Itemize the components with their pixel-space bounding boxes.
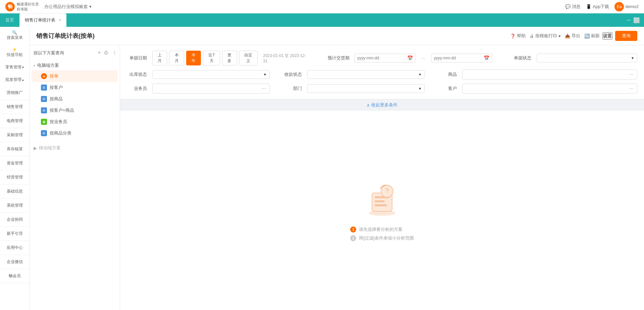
sidebar-item-wholesale[interactable]: 批发管理 ▴: [0, 73, 29, 86]
expected-date-to-input[interactable]: [434, 56, 482, 60]
goods-dots[interactable]: ···: [629, 71, 634, 78]
quicknav-icon: ⚡: [3, 47, 26, 52]
app-selector-arrow: ▾: [89, 4, 92, 9]
date-btn-prev-month[interactable]: 上月: [152, 51, 167, 65]
sidebar-item-newbie[interactable]: 新手引导: [0, 227, 29, 241]
date-btn-7days[interactable]: 近7天: [203, 51, 220, 65]
export-icon: 📤: [565, 34, 570, 39]
help-button[interactable]: ❓ 帮助: [510, 33, 526, 39]
sidebar-item-purchase[interactable]: 采购管理: [0, 128, 29, 142]
sidebar-item-inventory[interactable]: 库存核算: [0, 142, 29, 156]
setting-button[interactable]: 设置: [602, 32, 612, 40]
status-dropdown-icon: ▾: [632, 56, 634, 60]
app-download-button[interactable]: 📱 App下载: [586, 4, 609, 10]
step-1-num: 1: [350, 226, 356, 232]
sidebar-item-ecommerce[interactable]: 电商管理: [0, 114, 29, 128]
date-btn-more[interactable]: 更多: [222, 51, 237, 65]
refresh-button[interactable]: 🔄 刷新: [584, 33, 600, 39]
status-select[interactable]: ▾: [537, 54, 637, 62]
salesperson-select[interactable]: ···: [152, 84, 270, 94]
tab-close-icon[interactable]: ×: [59, 18, 61, 22]
empty-illustration: ?: [362, 179, 402, 220]
app-selector[interactable]: 办公用品行业模拟账套 ▾: [42, 4, 94, 10]
cal-from-icon[interactable]: 📅: [407, 55, 413, 61]
salesperson-dots[interactable]: ···: [262, 86, 266, 92]
goods-select[interactable]: ···: [462, 69, 637, 80]
panel-item-by-category[interactable]: ⊞ 按商品分类: [32, 127, 118, 139]
customer-label: 客户: [437, 86, 457, 92]
sidebar-item-retail[interactable]: 零售管理 ▾: [0, 61, 29, 73]
expected-date-from[interactable]: 📅: [354, 54, 416, 62]
message-button[interactable]: 💬 消息: [565, 4, 581, 10]
expected-date-to[interactable]: 📅: [431, 54, 492, 62]
panel-add-icon[interactable]: +: [97, 49, 101, 56]
mobile-scheme-title[interactable]: ▶ 移动端方案: [30, 143, 120, 153]
by-goods-icon: ⊞: [41, 96, 47, 102]
page-title: 销售订单统计表(按单): [36, 32, 95, 40]
print-button[interactable]: 🖨 按模板打印 ▾: [530, 33, 561, 39]
maximize-icon[interactable]: ⬜: [633, 17, 640, 23]
panel-settings-icon[interactable]: ⚙: [104, 50, 108, 56]
sidebar-quicknav[interactable]: ⚡ 快捷导航: [0, 44, 29, 61]
collapse-button[interactable]: ∧ 收起更多条件: [367, 102, 397, 108]
panel-item-by-customer[interactable]: ⊞ 按客户: [32, 82, 118, 93]
date-btn-year[interactable]: 本年: [186, 51, 201, 65]
user-profile[interactable]: Ea demo2: [614, 2, 639, 11]
by-category-icon: ⊞: [41, 130, 47, 136]
date-range-display: 2023-01-01 至 2023-12-31: [263, 53, 309, 63]
pc-scheme-arrow: ▾: [34, 64, 35, 67]
panel-item-by-order[interactable]: ● 按单: [32, 70, 118, 82]
department-select[interactable]: ▾: [307, 84, 425, 93]
logo-area: 畅 畅捷通好生意 标准版: [5, 2, 39, 11]
status-label: 单据状态: [511, 55, 531, 61]
pc-scheme-title[interactable]: ▾ 电脑端方案: [30, 60, 120, 70]
svg-rect-4: [375, 204, 387, 206]
sidebar-item-enterprise-wechat[interactable]: 企业微信: [0, 255, 29, 269]
pc-scheme-section: ▾ 电脑端方案 ● 按单 ⊞ 按客户 ⊞ 按商品: [30, 59, 120, 140]
minimize-icon[interactable]: ─: [627, 17, 631, 23]
sidebar-item-operations[interactable]: 经营管理: [0, 170, 29, 185]
sidebar-item-marketing[interactable]: 营销推广: [0, 86, 29, 100]
tab-sales-order-stats[interactable]: 销售订单统计表 ×: [19, 13, 66, 27]
tab-home[interactable]: 首页: [0, 13, 19, 27]
sidebar-item-enterprise-collab[interactable]: 企业协同: [0, 213, 29, 227]
empty-step-1: 1 请先选择要分析的方案: [350, 226, 414, 232]
filter-row-2: 出库状态 ▾ 收款状态 ▾ 商品 ···: [127, 69, 637, 80]
top-bar-right: 💬 消息 📱 App下载 Ea demo2: [565, 2, 639, 11]
empty-state: ? 1 请先选择要分析的方案 2 用[过滤]条件来缩小分析范围: [120, 111, 644, 310]
customer-select[interactable]: ···: [462, 84, 637, 94]
right-area: 单据日期 上月 本月 本年 近7天 更多 自定义 2023-01-01 至 20…: [120, 45, 644, 310]
sidebar-search[interactable]: 🔍 搜索菜单: [0, 27, 29, 44]
sidebar-item-basic-info[interactable]: 基础信息: [0, 185, 29, 199]
sidebar-item-sales[interactable]: 销售管理: [0, 100, 29, 114]
tab-bar-controls: ─ ⬜: [627, 17, 644, 23]
download-icon: 📱: [586, 4, 591, 9]
tab-bar: 首页 销售订单统计表 × ─ ⬜: [0, 13, 644, 27]
export-button[interactable]: 📤 导出: [565, 33, 580, 39]
delivery-select[interactable]: ▾: [152, 70, 270, 79]
sidebar-item-vip[interactable]: 畅会员: [0, 269, 29, 283]
date-btn-curr-month[interactable]: 本月: [169, 51, 184, 65]
customer-dots[interactable]: ···: [629, 86, 634, 92]
expected-date-from-input[interactable]: [357, 56, 406, 60]
panel-header: 按以下方案查询 + ⚙ 《: [30, 49, 120, 59]
panel-item-by-customer-goods[interactable]: ⊞ 按客户+商品: [32, 105, 118, 116]
left-panel: 按以下方案查询 + ⚙ 《 ▾ 电脑端方案 ● 按单: [30, 45, 120, 310]
sidebar-item-app-center[interactable]: 应用中心: [0, 241, 29, 255]
date-btn-custom[interactable]: 自定义: [239, 51, 258, 65]
panel-item-by-goods[interactable]: ⊞ 按商品: [32, 93, 118, 105]
payment-select[interactable]: ▾: [307, 70, 425, 79]
query-button[interactable]: 查询: [615, 31, 637, 41]
svg-rect-3: [375, 200, 385, 202]
cal-to-icon[interactable]: 📅: [484, 55, 489, 61]
panel-item-by-salesperson[interactable]: ▦ 按业务员: [32, 116, 118, 127]
retail-arrow-icon: ▾: [22, 65, 24, 69]
panel-collapse-icon[interactable]: 《: [111, 50, 116, 56]
date-button-group: 上月 本月 本年 近7天 更多 自定义: [152, 51, 258, 65]
sidebar-item-finance[interactable]: 资金管理: [0, 156, 29, 170]
page-header-actions: ❓ 帮助 🖨 按模板打印 ▾ 📤 导出 🔄 刷新: [510, 33, 600, 39]
delivery-dropdown-icon: ▾: [264, 72, 266, 77]
sidebar-item-system[interactable]: 系统管理: [0, 199, 29, 213]
payment-dropdown-icon: ▾: [419, 72, 421, 77]
header-right-actions: ❓ 帮助 🖨 按模板打印 ▾ 📤 导出 🔄 刷新: [510, 31, 637, 41]
